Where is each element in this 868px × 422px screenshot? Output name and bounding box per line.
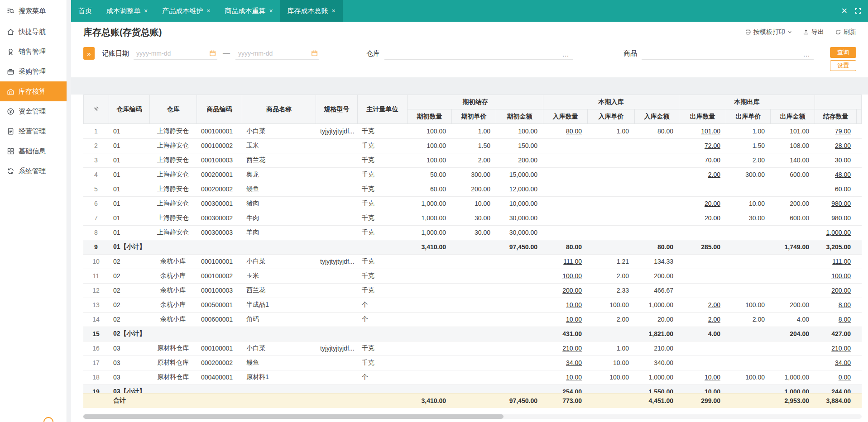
drilldown-link[interactable]: 111.00 bbox=[563, 258, 582, 265]
refresh-button[interactable]: 刷新 bbox=[835, 28, 856, 36]
drilldown-link[interactable]: 30.00 bbox=[835, 156, 851, 164]
query-button[interactable]: 查询 bbox=[830, 47, 856, 58]
column-header[interactable]: 仓库 bbox=[150, 95, 197, 124]
column-header[interactable]: 主计量单位 bbox=[358, 95, 408, 124]
sidebar-item-3[interactable]: 采购管理 bbox=[0, 62, 67, 81]
filter-expand-button[interactable]: » bbox=[83, 47, 95, 60]
drilldown-link[interactable]: 980.00 bbox=[831, 214, 851, 222]
tab-close-icon[interactable]: × bbox=[332, 7, 336, 14]
drilldown-link[interactable]: 100.00 bbox=[562, 272, 582, 280]
scrollbar-thumb[interactable] bbox=[83, 414, 504, 419]
sidebar-item-4[interactable]: 库存核算 bbox=[0, 81, 67, 101]
column-header[interactable]: 商品编码 bbox=[197, 95, 242, 124]
drilldown-link[interactable]: 2.00 bbox=[708, 301, 720, 308]
drilldown-link[interactable]: 79.00 bbox=[835, 128, 851, 135]
table-row[interactable]: 601上海静安仓000300001猪肉千克1,000.0010.0010,000… bbox=[83, 196, 862, 211]
table-row[interactable]: 301上海静安仓000100003西兰花千克100.002.00200.0070… bbox=[83, 153, 862, 167]
print-by-template-button[interactable]: 按模板打印 bbox=[745, 28, 792, 36]
subtotal-row[interactable]: 1502【小计】431.001,821.004.00204.00427.00 bbox=[83, 327, 862, 341]
tab-close-icon[interactable]: × bbox=[269, 7, 273, 14]
drilldown-link[interactable]: 10.00 bbox=[705, 374, 720, 381]
drilldown-link[interactable]: 0.00 bbox=[839, 374, 851, 381]
table-row[interactable]: 1703原材料仓库000200002鳗鱼千克34.0010.00340.0034… bbox=[83, 356, 862, 370]
column-header[interactable]: 规格型号 bbox=[316, 95, 358, 124]
calendar-icon[interactable] bbox=[209, 50, 216, 57]
drilldown-link[interactable]: 48.00 bbox=[835, 171, 851, 178]
sidebar-splitter[interactable] bbox=[67, 0, 71, 422]
column-header[interactable]: 期初单价 bbox=[452, 109, 496, 124]
tab-2[interactable]: 产品成本维护× bbox=[155, 0, 217, 22]
drilldown-link[interactable]: 8.00 bbox=[839, 316, 851, 323]
table-row[interactable]: 401上海静安仓000200001奥龙千克50.00300.0015,000.0… bbox=[83, 167, 862, 182]
table-row[interactable]: 1603原材料仓库000100001小白菜tyjyjtyjtyjdf...千克2… bbox=[83, 341, 862, 356]
drilldown-link[interactable]: 2.00 bbox=[708, 171, 720, 178]
picker-ellipsis[interactable]: ... bbox=[562, 51, 569, 58]
warehouse-input[interactable]: ... bbox=[384, 47, 573, 60]
drilldown-link[interactable]: 28.00 bbox=[835, 142, 851, 149]
product-input[interactable]: ... bbox=[642, 47, 814, 60]
table-row[interactable]: 1002余杭小库000100001小白菜tyjyjtyjtyjdf...千克11… bbox=[83, 254, 862, 269]
column-header[interactable]: 入库金额 bbox=[635, 109, 679, 124]
table-row[interactable]: 501上海静安仓000200002鳗鱼千克60.00200.0012,000.0… bbox=[83, 182, 862, 196]
close-icon[interactable]: × bbox=[841, 6, 847, 16]
tab-0[interactable]: 首页 bbox=[71, 0, 99, 22]
column-header[interactable]: 期初金额 bbox=[496, 109, 543, 124]
sidebar-item-5[interactable]: 资金管理 bbox=[0, 101, 67, 121]
tab-close-icon[interactable]: × bbox=[206, 7, 210, 14]
drilldown-link[interactable]: 210.00 bbox=[831, 345, 851, 352]
drilldown-link[interactable]: 2.00 bbox=[708, 316, 720, 323]
column-header[interactable]: 出库金额 bbox=[771, 109, 815, 124]
horizontal-scrollbar[interactable] bbox=[83, 414, 862, 419]
column-header[interactable]: 入库单价 bbox=[588, 109, 635, 124]
drilldown-link[interactable]: 70.00 bbox=[705, 156, 720, 164]
sidebar-item-0[interactable]: 搜索菜单 bbox=[0, 0, 67, 22]
tab-4[interactable]: 库存成本总账× bbox=[280, 0, 343, 22]
column-header[interactable]: 商品名称 bbox=[242, 95, 316, 124]
drilldown-link[interactable]: 10.00 bbox=[566, 374, 582, 381]
drilldown-link[interactable]: 10.00 bbox=[566, 316, 582, 323]
tab-close-icon[interactable]: × bbox=[144, 7, 148, 14]
table-row[interactable]: 1803原材料仓库000400001原材料1个10.00100.001,000.… bbox=[83, 370, 862, 384]
date-end-input[interactable]: yyyy-mm-dd bbox=[235, 47, 319, 60]
settings-button[interactable]: 设置 bbox=[830, 60, 856, 71]
table-row[interactable]: 201上海静安仓000100002玉米千克100.001.50150.0072.… bbox=[83, 138, 862, 153]
column-header[interactable]: 出库数量 bbox=[679, 109, 726, 124]
sidebar-item-6[interactable]: 经营管理 bbox=[0, 121, 67, 141]
drilldown-link[interactable]: 101.00 bbox=[701, 128, 720, 135]
column-header[interactable]: 出库单价 bbox=[726, 109, 771, 124]
date-start-input[interactable]: yyyy-mm-dd bbox=[134, 47, 217, 60]
subtotal-row[interactable]: 1903【小计】254.001,550.0010.001,000.00244.0… bbox=[83, 384, 862, 393]
table-row[interactable]: 1402余杭小库000600001角码个10.002.0020.002.002.… bbox=[83, 312, 862, 327]
table-row[interactable]: 801上海静安仓000300003羊肉千克1,000.0030.0030,000… bbox=[83, 225, 862, 240]
drilldown-link[interactable]: 8.00 bbox=[839, 301, 851, 308]
sidebar-item-1[interactable]: 快捷导航 bbox=[0, 22, 67, 42]
sidebar-item-7[interactable]: 基础信息 bbox=[0, 141, 67, 161]
export-button[interactable]: 导出 bbox=[803, 28, 824, 36]
drilldown-link[interactable]: 100.00 bbox=[831, 272, 851, 280]
drilldown-link[interactable]: 20.00 bbox=[705, 200, 720, 207]
table-row[interactable]: 1302余杭小库000500001半成品1个10.00100.001,000.0… bbox=[83, 298, 862, 312]
drilldown-link[interactable]: 1,000.00 bbox=[826, 229, 851, 236]
drilldown-link[interactable]: 72.00 bbox=[705, 142, 720, 149]
tab-3[interactable]: 商品成本重算× bbox=[217, 0, 280, 22]
sidebar-item-8[interactable]: 系统管理 bbox=[0, 161, 67, 181]
column-settings-button[interactable] bbox=[84, 95, 109, 124]
table-row[interactable]: 1202余杭小库000100003西兰花千克200.002.33466.6720… bbox=[83, 283, 862, 298]
drilldown-link[interactable]: 10.00 bbox=[566, 301, 582, 308]
drilldown-link[interactable]: 60.00 bbox=[835, 185, 851, 193]
drilldown-link[interactable]: 80.00 bbox=[566, 128, 582, 135]
subtotal-row[interactable]: 901【小计】3,410.0097,450.0080.0080.00285.00… bbox=[83, 240, 862, 254]
chevron-down-icon[interactable] bbox=[787, 30, 792, 34]
column-header[interactable]: 结存数量 bbox=[815, 109, 857, 124]
picker-ellipsis[interactable]: ... bbox=[803, 51, 810, 58]
drilldown-link[interactable]: 111.00 bbox=[832, 258, 851, 265]
column-header[interactable]: 入库数量 bbox=[543, 109, 588, 124]
drilldown-link[interactable]: 200.00 bbox=[831, 287, 851, 294]
drilldown-link[interactable]: 34.00 bbox=[835, 359, 851, 366]
tab-1[interactable]: 成本调整单× bbox=[99, 0, 155, 22]
sidebar-item-2[interactable]: 销售管理 bbox=[0, 42, 67, 62]
table-row[interactable]: 101上海静安仓000100001小白菜tyjyjtyjtyjdf...千克10… bbox=[83, 124, 862, 138]
fullscreen-icon[interactable] bbox=[854, 7, 862, 14]
drilldown-link[interactable]: 34.00 bbox=[566, 359, 582, 366]
column-header[interactable]: 期初数量 bbox=[408, 109, 452, 124]
